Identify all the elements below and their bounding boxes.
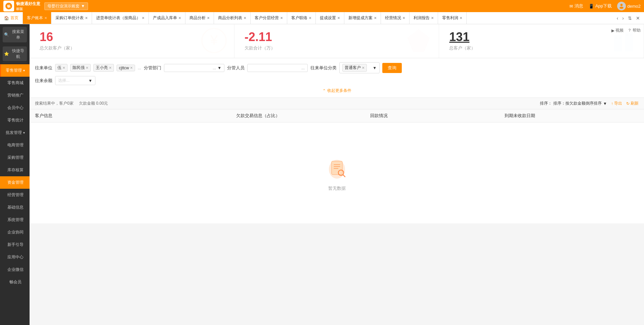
tab-product-stock[interactable]: 产成品入库单 ✕ [149,12,185,24]
logo-icon: 畅 [3,1,14,11]
tab-business-status[interactable]: 经营情况 ✕ [381,12,410,24]
more-tags-btn[interactable]: ... [138,66,141,70]
user-menu[interactable]: demo2 [617,2,641,10]
filter-row-2: 往来余额 选择... ▼ [35,76,639,85]
sidebar-item-retail[interactable]: 零售管理 ▾ [0,64,30,77]
svg-marker-6 [408,30,429,51]
tab-close-product-stock[interactable]: ✕ [178,16,181,20]
sort-select[interactable]: 排序： 排序：按欠款金额倒序排序 ▼ [540,101,607,106]
stat-value-credit-amount: -2.11 [245,31,272,43]
tab-close-customer-segment[interactable]: ✕ [280,16,283,20]
sidebar-item-system[interactable]: 系统管理 [0,214,30,226]
table-header: 客户信息 欠款交易信息（占比） 回款情况 到期未收款日期 [30,109,644,122]
sidebar-item-member[interactable]: 会员中心 [0,102,30,114]
tab-close-purchase-orders[interactable]: ✕ [85,16,88,20]
tab-close-product-analysis-list[interactable]: ✕ [244,16,246,20]
refresh-btn[interactable]: ↻ 刷新 [626,101,639,106]
tab-home[interactable]: 🏠 首页 [0,12,23,24]
svg-line-19 [343,175,345,177]
svg-point-2 [620,4,623,6]
tab-close-retail-profit[interactable]: ✕ [460,16,462,20]
query-button[interactable]: 查询 [382,63,402,73]
phone-icon: 📱 [589,4,594,9]
sidebar-item-inventory[interactable]: 库存核算 [0,164,30,176]
search-result-count: 搜索结果中，客户0家 [35,101,74,106]
remove-unit-tag-chen[interactable]: ✕ [86,66,88,70]
person-more-btn[interactable]: ... [301,66,305,70]
sidebar-item-members[interactable]: 畅会员 [0,276,30,288]
export-icon: ↑ [611,101,613,106]
sidebar-item-operations[interactable]: 经营管理 [0,189,30,201]
sidebar-item-ecommerce[interactable]: 电商管理 [0,139,30,151]
nav-expand-btn[interactable]: ⇅ [627,15,633,22]
tab-close-product-analysis[interactable]: ✕ [207,16,210,20]
tab-add-plan[interactable]: 新增提成方案 ✕ [344,12,381,24]
amount-result: 欠款金额 0.00元 [79,101,108,106]
nav-prev-btn[interactable]: ‹ [615,15,620,22]
tab-profit-report[interactable]: 利润报告 ✕ [410,12,438,24]
stat-value-total-customers: 131 [449,31,469,43]
remove-unit-tag-cjttcw[interactable]: ✕ [130,66,133,70]
sidebar-item-wechat[interactable]: 企业微信 [0,263,30,276]
tab-product-analysis[interactable]: 商品分析 ✕ [185,12,214,24]
export-btn[interactable]: ↑ 导出 [611,101,622,106]
dept-more-btn[interactable]: ... [213,66,216,70]
sort-arrow-icon: ▼ [603,101,607,106]
tab-customer-segment[interactable]: 客户分层经营 ✕ [251,12,287,24]
sidebar-item-retail-mall[interactable]: 零售商城 [0,77,30,89]
category-select[interactable]: 普通客户 ✕ ▼ [339,62,380,73]
nav-next-btn[interactable]: › [621,15,625,22]
unit-tag-chen[interactable]: 陈民强 ✕ [70,64,91,72]
tab-close-stock-stats[interactable]: ✕ [142,16,144,20]
category-tag-normal[interactable]: 普通客户 ✕ [342,64,367,72]
tab-close-accounts[interactable]: ✕ [44,16,47,20]
nav-close-all-btn[interactable]: ✕ [635,15,641,22]
balance-select[interactable]: 选择... ▼ [55,76,95,85]
tab-retail-profit[interactable]: 零售利润 ✕ [438,12,467,24]
sidebar-item-app-center[interactable]: 应用中心 [0,251,30,263]
sidebar-item-enterprise[interactable]: 企业协同 [0,226,30,239]
unit-tag-cjttcw[interactable]: cjttcw ✕ [117,65,135,71]
tab-purchase-orders[interactable]: 采购订单统计表 ✕ [51,12,92,24]
tab-tip-settings[interactable]: 提成设置 ✕ [316,12,344,24]
app-download-btn[interactable]: 📱 App下载 [589,3,612,9]
sidebar-item-finance[interactable]: 资金管理 [0,176,30,189]
tab-product-analysis-list[interactable]: 商品分析列表 ✕ [214,12,251,24]
empty-state-icon [324,154,350,181]
tab-close-customer-contact[interactable]: ✕ [309,16,311,20]
demo-select[interactable]: 母婴行业演示账套 ▼ [44,2,88,10]
nav-tabs: 🏠 首页 客户账本 ✕ 采购订单统计表 ✕ 进货单统计表（按商品） ✕ 产成品入… [0,12,644,24]
search-menu-btn[interactable]: 🔍 搜索菜单 [3,27,27,42]
collapse-btn[interactable]: ⌃ 收起更多条件 [320,88,354,94]
sidebar-item-wholesale[interactable]: 批发管理 ▾ [0,127,30,139]
stat-label-credit-customers: 总欠款客户（家） [40,45,75,51]
tab-customer-contact[interactable]: 客户联络 ✕ [287,12,316,24]
dept-select[interactable]: ... ▼ [164,64,224,72]
tab-close-add-plan[interactable]: ✕ [374,16,377,20]
message-btn[interactable]: ✉ 消息 [569,3,583,9]
tab-accounts[interactable]: 客户账本 ✕ [23,12,51,24]
sidebar-item-retail-stats[interactable]: 零售统计 [0,114,30,127]
remove-category-tag-normal[interactable]: ✕ [362,66,364,70]
person-select[interactable]: ... [247,64,308,72]
unit-tag-wu[interactable]: 伍 ✕ [55,64,68,72]
message-icon: ✉ [569,4,573,9]
help-btn[interactable]: ？ 帮助 [628,28,641,33]
sidebar-item-marketing[interactable]: 营销推广 [0,89,30,102]
data-table: 客户信息 欠款交易信息（占比） 回款情况 到期未收款日期 [30,109,644,223]
tab-close-tip-settings[interactable]: ✕ [337,16,340,20]
sidebar-item-purchase[interactable]: 采购管理 [0,151,30,164]
sidebar-item-basic-info[interactable]: 基础信息 [0,201,30,214]
remove-unit-tag-wang[interactable]: ✕ [109,66,112,70]
quick-nav-btn[interactable]: ⭐ 快捷导航 [3,46,27,61]
unit-tag-wang[interactable]: 王小亮 ✕ [93,64,114,72]
svg-rect-12 [630,34,632,36]
tab-close-business-status[interactable]: ✕ [402,16,405,20]
svg-text:畅: 畅 [7,4,10,8]
sidebar-item-new-guide[interactable]: 新手引导 [0,239,30,251]
tab-stock-stats[interactable]: 进货单统计表（按商品） ✕ [92,12,149,24]
tab-close-profit-report[interactable]: ✕ [431,16,434,20]
video-btn[interactable]: ▶ 视频 [611,28,624,33]
remove-unit-tag-wu[interactable]: ✕ [62,66,65,70]
chevron-up-icon: ⌃ [323,88,326,93]
